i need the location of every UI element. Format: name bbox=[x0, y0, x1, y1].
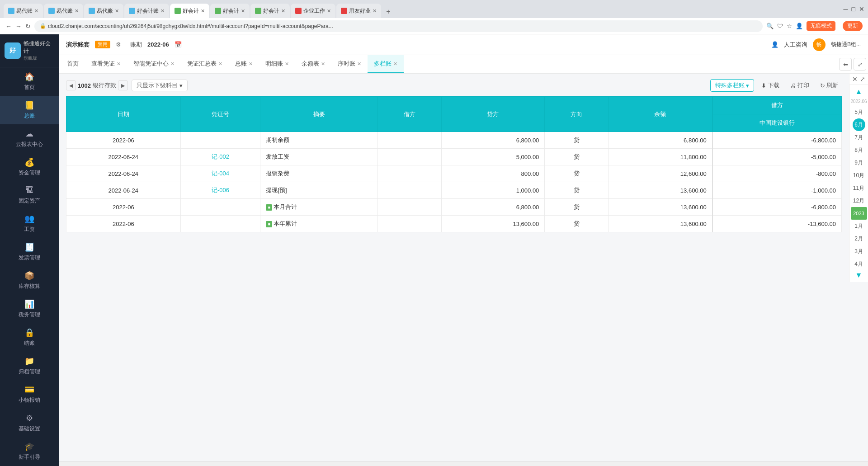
cal-month-dec[interactable]: 12月 bbox=[851, 194, 867, 207]
browser-tab-1[interactable]: 易代账 ✕ bbox=[4, 4, 43, 18]
cal-month-aug[interactable]: 8月 bbox=[851, 144, 867, 156]
star-icon[interactable]: ☆ bbox=[787, 23, 792, 29]
sidebar-item-cloud-report[interactable]: ☁ 云报表中心 bbox=[0, 124, 59, 153]
account-next-btn[interactable]: ▶ bbox=[118, 80, 128, 90]
tab-collapse-btn[interactable]: ⬅ bbox=[839, 58, 852, 71]
user-name[interactable]: 畅捷通B组... bbox=[831, 41, 861, 48]
nav-tab-close-view-voucher[interactable]: ✕ bbox=[117, 61, 121, 67]
nav-tab-close-detail-ledger[interactable]: ✕ bbox=[285, 61, 289, 67]
logo-name: 畅捷通好会计 bbox=[24, 40, 54, 55]
cal-month-may[interactable]: 5月 bbox=[851, 106, 867, 118]
refresh-button[interactable]: ↻ bbox=[25, 23, 31, 30]
update-button[interactable]: 更新 bbox=[843, 21, 863, 31]
cal-month-apr[interactable]: 4月 bbox=[851, 258, 867, 270]
tab-close-7[interactable]: ✕ bbox=[281, 8, 285, 14]
tab-close-3[interactable]: ✕ bbox=[115, 8, 119, 14]
maximize-btn[interactable]: □ bbox=[852, 5, 855, 13]
print-button[interactable]: 🖨 打印 bbox=[787, 80, 813, 91]
calendar-scroll-up[interactable]: ▲ bbox=[854, 87, 863, 97]
nav-tab-smart-voucher[interactable]: 智能凭证中心 ✕ bbox=[127, 55, 181, 73]
sidebar-item-salary[interactable]: 👥 工资 bbox=[0, 209, 59, 238]
sidebar-item-ledger[interactable]: 📒 总账 bbox=[0, 96, 59, 124]
url-input[interactable]: 🔒 cloud2.chanjet.com/accounting/uh26t264… bbox=[34, 20, 763, 32]
tab-close-9[interactable]: ✕ bbox=[373, 8, 377, 14]
minimize-btn[interactable]: ─ bbox=[844, 5, 848, 13]
demo-badge[interactable]: 禁用 bbox=[95, 41, 110, 48]
profile-icon[interactable]: 👤 bbox=[796, 23, 803, 29]
cal-month-jun[interactable]: 6月 bbox=[853, 118, 865, 131]
browser-tab-3[interactable]: 易代账 ✕ bbox=[84, 4, 123, 18]
sidebar-item-invoice[interactable]: 🧾 发票管理 bbox=[0, 238, 59, 266]
table-header-row: 日期 凭证号 摘要 借方 贷方 方向 余额 借方 bbox=[66, 97, 842, 114]
wuhen-mode-button[interactable]: 无痕模式 bbox=[807, 21, 835, 31]
horizontal-scrollbar[interactable] bbox=[59, 461, 868, 466]
cal-month-oct[interactable]: 10月 bbox=[851, 169, 867, 182]
cal-month-sep[interactable]: 9月 bbox=[851, 156, 867, 169]
tab-close-1[interactable]: ✕ bbox=[34, 8, 38, 14]
browser-tab-4[interactable]: 好会计账 ✕ bbox=[124, 4, 169, 18]
nav-tab-close-general-ledger[interactable]: ✕ bbox=[249, 61, 253, 67]
calendar-scroll-down[interactable]: ▼ bbox=[854, 270, 863, 280]
panel-close-icon[interactable]: ✕ bbox=[852, 75, 858, 83]
browser-tab-2[interactable]: 易代账 ✕ bbox=[44, 4, 83, 18]
cal-month-jul[interactable]: 7月 bbox=[851, 131, 867, 144]
nav-tab-close-balance-sheet[interactable]: ✕ bbox=[321, 61, 325, 67]
back-button[interactable]: ← bbox=[5, 23, 12, 30]
browser-tab-5[interactable]: 好会计 ✕ bbox=[170, 4, 209, 18]
multi-col-button[interactable]: 特殊多栏账 ▾ bbox=[710, 79, 754, 92]
sidebar-item-expense[interactable]: 💳 小畅报销 bbox=[0, 380, 59, 409]
voucher-link[interactable]: 记-004 bbox=[212, 170, 229, 177]
sidebar-item-settings[interactable]: ⚙ 基础设置 bbox=[0, 409, 59, 437]
nav-tab-multi-col[interactable]: 多栏账 ✕ bbox=[368, 55, 404, 73]
cal-month-jan[interactable]: 1月 bbox=[851, 220, 867, 232]
nav-tab-balance-sheet[interactable]: 余额表 ✕ bbox=[295, 55, 331, 73]
nav-tab-detail-ledger[interactable]: 明细账 ✕ bbox=[259, 55, 295, 73]
tab-close-2[interactable]: ✕ bbox=[75, 8, 79, 14]
tab-close-4[interactable]: ✕ bbox=[160, 8, 165, 14]
nav-tab-voucher-summary[interactable]: 凭证汇总表 ✕ bbox=[181, 55, 229, 73]
tab-close-6[interactable]: ✕ bbox=[241, 8, 245, 14]
show-sub-dropdown[interactable]: 只显示下级科目 ▾ bbox=[132, 80, 188, 91]
account-prev-btn[interactable]: ◀ bbox=[66, 80, 76, 90]
nav-tab-close-journal[interactable]: ✕ bbox=[357, 61, 361, 67]
shield-icon[interactable]: 🛡 bbox=[777, 23, 783, 29]
nav-tab-close-smart-voucher[interactable]: ✕ bbox=[170, 61, 175, 67]
cal-month-mar[interactable]: 3月 bbox=[851, 245, 867, 258]
new-tab-button[interactable]: + bbox=[382, 5, 395, 18]
close-btn[interactable]: ✕ bbox=[859, 5, 864, 13]
tab-close-8[interactable]: ✕ bbox=[327, 8, 331, 14]
settings-icon[interactable]: ⚙ bbox=[116, 41, 121, 48]
sidebar-item-tax[interactable]: 📊 税务管理 bbox=[0, 295, 59, 323]
browser-tab-7[interactable]: 好会计 ✕ bbox=[250, 4, 290, 18]
download-button[interactable]: ⬇ 下载 bbox=[758, 80, 783, 91]
cal-month-nov[interactable]: 11月 bbox=[851, 182, 867, 194]
sidebar-item-closing[interactable]: 🔒 结账 bbox=[0, 323, 59, 352]
nav-tab-home[interactable]: 首页 bbox=[61, 55, 85, 73]
browser-tab-9[interactable]: 用友好业 ✕ bbox=[336, 4, 381, 18]
sidebar-item-home[interactable]: 🏠 首页 bbox=[0, 67, 59, 96]
panel-expand-icon[interactable]: ⤢ bbox=[860, 75, 865, 83]
nav-tab-close-voucher-summary[interactable]: ✕ bbox=[218, 61, 222, 67]
tab-expand-btn[interactable]: ⤢ bbox=[854, 58, 866, 71]
tab-close-5[interactable]: ✕ bbox=[201, 8, 205, 14]
nav-tab-view-voucher[interactable]: 查看凭证 ✕ bbox=[85, 55, 127, 73]
sidebar-item-archive[interactable]: 📁 归档管理 bbox=[0, 352, 59, 380]
consult-label[interactable]: 人工咨询 bbox=[784, 41, 807, 49]
sidebar-item-capital[interactable]: 💰 资金管理 bbox=[0, 153, 59, 181]
sidebar-item-guide[interactable]: 🎓 新手引导 bbox=[0, 437, 59, 466]
nav-tab-journal[interactable]: 序时账 ✕ bbox=[331, 55, 368, 73]
cell-voucher: 记-002 bbox=[180, 149, 260, 165]
voucher-link[interactable]: 记-006 bbox=[212, 187, 229, 193]
sidebar-item-inventory[interactable]: 📦 库存核算 bbox=[0, 266, 59, 295]
search-icon[interactable]: 🔍 bbox=[766, 23, 774, 29]
voucher-link[interactable]: 记-002 bbox=[212, 153, 229, 160]
forward-button[interactable]: → bbox=[15, 23, 22, 30]
cal-month-feb[interactable]: 2月 bbox=[851, 232, 867, 245]
calendar-icon[interactable]: 📅 bbox=[175, 41, 182, 48]
sidebar-item-fixed-assets[interactable]: 🏗 固定资产 bbox=[0, 181, 59, 209]
nav-tab-general-ledger[interactable]: 总账 ✕ bbox=[229, 55, 259, 73]
nav-tab-close-multi-col[interactable]: ✕ bbox=[393, 61, 397, 67]
refresh-button[interactable]: ↻ 刷新 bbox=[816, 80, 842, 91]
browser-tab-6[interactable]: 好会计 ✕ bbox=[210, 4, 250, 18]
browser-tab-8[interactable]: 企业工作 ✕ bbox=[291, 4, 335, 18]
